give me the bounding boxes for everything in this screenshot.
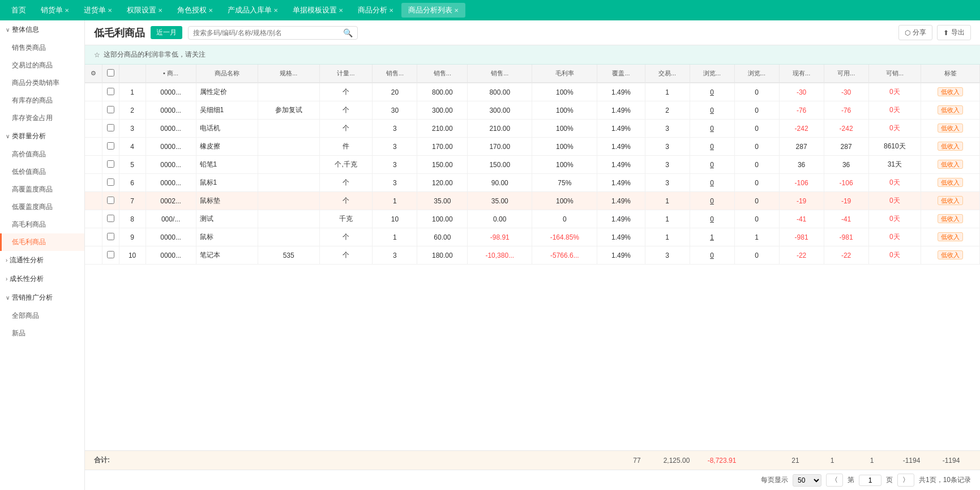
col-gross-margin-cell: 1.49% (597, 246, 645, 265)
row-checkbox[interactable] (107, 124, 114, 131)
sidebar-item-sales-goods[interactable]: 销售类商品 (0, 39, 84, 57)
col-sale-profit-header[interactable]: 销售... (468, 65, 532, 83)
nav-purchase-order[interactable]: 进货单 ✕ (77, 3, 119, 18)
sidebar-section-overall[interactable]: ∨ 整体信息 (0, 20, 84, 39)
col-browse1-cell[interactable]: 0 (690, 120, 734, 138)
sidebar-section-growth[interactable]: › 成长性分析 (0, 270, 84, 288)
col-checkbox-cell[interactable] (102, 246, 119, 265)
col-name-header[interactable]: 商品名称 (196, 65, 258, 83)
col-available-cell: -19 (824, 192, 868, 210)
col-qty-header[interactable]: 销售... (373, 65, 417, 83)
col-coverage-header[interactable]: 覆盖... (597, 65, 645, 83)
row-checkbox[interactable] (107, 197, 114, 204)
col-current-stock-header[interactable]: 现有... (779, 65, 824, 83)
col-saleable-header[interactable]: 可销... (868, 65, 921, 83)
col-browse1-cell[interactable]: 0 (690, 156, 734, 174)
col-sale-amount-cell: 100.00 (417, 210, 468, 228)
nav-close-icon[interactable]: ✕ (273, 7, 278, 14)
footer-browse1: 1 (812, 457, 852, 465)
col-checkbox-cell[interactable] (102, 120, 119, 138)
col-checkbox-cell[interactable] (102, 210, 119, 228)
sidebar-item-high-margin[interactable]: 高毛利商品 (0, 216, 84, 233)
nav-home[interactable]: 首页 (5, 3, 33, 18)
nav-close-icon[interactable]: ✕ (65, 7, 69, 14)
sidebar-item-new-goods[interactable]: 新品 (0, 325, 84, 342)
row-checkbox[interactable] (107, 233, 114, 240)
col-checkbox-cell[interactable] (102, 101, 119, 120)
col-settings-cell (85, 83, 102, 101)
page-input[interactable] (859, 475, 881, 486)
search-input[interactable] (193, 29, 343, 37)
select-all-checkbox[interactable] (107, 69, 114, 76)
sidebar-item-all-goods[interactable]: 全部商品 (0, 307, 84, 325)
nav-close-icon[interactable]: ✕ (454, 7, 459, 14)
row-checkbox[interactable] (107, 215, 114, 222)
nav-product-analysis[interactable]: 商品分析 ✕ (351, 3, 400, 18)
col-browse1-cell[interactable]: 0 (690, 138, 734, 156)
sidebar-section-cluster[interactable]: ∨ 类群量分析 (0, 127, 84, 146)
sidebar-item-low-value[interactable]: 低价值商品 (0, 163, 84, 181)
col-browse1-cell[interactable]: 0 (690, 83, 734, 101)
nav-close-icon[interactable]: ✕ (108, 7, 112, 14)
sidebar-item-high-value[interactable]: 高价值商品 (0, 146, 84, 163)
col-browse1-cell[interactable]: 1 (690, 228, 734, 246)
col-sale-amount-header[interactable]: 销售... (417, 65, 468, 83)
nav-close-icon[interactable]: ✕ (208, 7, 213, 14)
row-checkbox[interactable] (107, 251, 114, 258)
nav-close-icon[interactable]: ✕ (158, 7, 162, 14)
row-checkbox[interactable] (107, 178, 114, 186)
sidebar-item-stock-capital[interactable]: 库存资金占用 (0, 109, 84, 127)
nav-product-analysis-list[interactable]: 商品分析列表 ✕ (401, 3, 465, 18)
row-checkbox[interactable] (107, 106, 114, 113)
col-tag-header[interactable]: 标签 (921, 65, 980, 83)
row-checkbox[interactable] (107, 160, 114, 168)
col-browse2-header[interactable]: 浏览... (734, 65, 779, 83)
col-gross-margin-cell: 1.49% (597, 83, 645, 101)
col-checkbox-cell[interactable] (102, 192, 119, 210)
prev-page-button[interactable]: 〈 (826, 474, 843, 487)
sidebar-item-low-margin[interactable]: 低毛利商品 (0, 233, 84, 251)
next-page-button[interactable]: 〉 (897, 474, 914, 487)
nav-permissions[interactable]: 权限设置 ✕ (120, 3, 169, 18)
col-checkbox-cell[interactable] (102, 156, 119, 174)
nav-sales-order[interactable]: 销货单 ✕ (34, 3, 76, 18)
share-button[interactable]: ⬡ 分享 (898, 25, 932, 40)
col-checkbox-cell[interactable] (102, 138, 119, 156)
col-browse1-cell[interactable]: 0 (690, 210, 734, 228)
export-button[interactable]: ⬆ 导出 (937, 25, 971, 40)
col-coverage-cell: 1 (645, 83, 690, 101)
col-transaction-header[interactable]: 交易... (645, 65, 690, 83)
period-button[interactable]: 近一月 (151, 26, 182, 39)
col-browse1-cell[interactable]: 0 (690, 101, 734, 120)
col-checkbox-cell[interactable] (102, 174, 119, 192)
sidebar-section-marketing[interactable]: ∨ 营销推广分析 (0, 288, 84, 307)
col-sale-amount-cell: 300.00 (417, 101, 468, 120)
per-page-select[interactable]: 50 20 100 (793, 474, 821, 487)
col-browse1-cell[interactable]: 0 (690, 246, 734, 265)
col-available-header[interactable]: 可用... (824, 65, 868, 83)
col-checkbox-cell[interactable] (102, 228, 119, 246)
sidebar-section-liquidity[interactable]: › 流通性分析 (0, 251, 84, 270)
sidebar-item-low-coverage[interactable]: 低覆盖度商品 (0, 198, 84, 216)
col-browse1-cell[interactable]: 0 (690, 174, 734, 192)
col-checkbox-cell[interactable] (102, 83, 119, 101)
col-settings-header[interactable]: ⚙ (85, 65, 102, 83)
sidebar-item-stocked-goods[interactable]: 有库存的商品 (0, 92, 84, 109)
col-margin-header[interactable]: 毛利率 (532, 65, 597, 83)
col-code-header[interactable]: • 商... (145, 65, 196, 83)
sidebar-item-category-rate[interactable]: 商品分类助销率 (0, 74, 84, 92)
sidebar-item-traded-goods[interactable]: 交易过的商品 (0, 57, 84, 74)
col-browse1-cell[interactable]: 0 (690, 192, 734, 210)
nav-close-icon[interactable]: ✕ (389, 7, 393, 14)
col-browse1-header[interactable]: 浏览... (690, 65, 734, 83)
nav-roles[interactable]: 角色授权 ✕ (170, 3, 220, 18)
nav-template-settings[interactable]: 单据模板设置 ✕ (286, 3, 350, 18)
col-checkbox-header[interactable] (102, 65, 119, 83)
row-checkbox[interactable] (107, 88, 114, 95)
nav-close-icon[interactable]: ✕ (339, 7, 343, 14)
col-spec-header[interactable]: 规格... (258, 65, 319, 83)
row-checkbox[interactable] (107, 142, 114, 150)
nav-product-inbound[interactable]: 产成品入库单 ✕ (221, 3, 285, 18)
sidebar-item-high-coverage[interactable]: 高覆盖度商品 (0, 181, 84, 198)
col-unit-header[interactable]: 计量... (319, 65, 373, 83)
